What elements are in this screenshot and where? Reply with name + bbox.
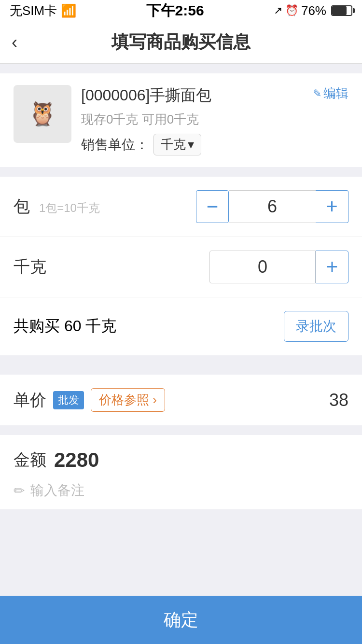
status-right: ↗ ⏰ 76% bbox=[274, 3, 352, 18]
confirm-button[interactable]: 确定 bbox=[164, 608, 198, 632]
edit-label: 编辑 bbox=[323, 85, 348, 102]
page-title: 填写商品购买信息 bbox=[111, 30, 251, 54]
kilogram-row: 千克 + bbox=[0, 237, 362, 297]
amount-value: 2280 bbox=[54, 448, 99, 472]
kilogram-label: 千克 bbox=[14, 256, 46, 278]
unit-chevron-icon: ▾ bbox=[188, 137, 194, 152]
edit-button[interactable]: ✎ 编辑 bbox=[313, 85, 348, 102]
product-info: [0000006]手撕面包 现存0千克 可用0千克 销售单位： 千克 ▾ bbox=[81, 85, 348, 155]
time-label: 下午2:56 bbox=[146, 1, 204, 21]
carrier-label: 无SIM卡 bbox=[10, 2, 57, 19]
amount-row: 金额 2280 bbox=[14, 448, 348, 472]
product-thumbnail: 🦉 bbox=[14, 85, 71, 143]
separator-1 bbox=[0, 167, 362, 177]
price-reference-button[interactable]: 价格参照 › bbox=[91, 388, 165, 412]
price-label: 单价 bbox=[14, 389, 46, 411]
location-icon: ↗ bbox=[274, 4, 282, 17]
package-quantity-input[interactable] bbox=[229, 190, 316, 223]
price-section: 单价 批发 价格参照 › 38 bbox=[0, 375, 362, 425]
package-decrement-button[interactable]: − bbox=[196, 190, 229, 223]
pencil-icon: ✏ bbox=[14, 483, 25, 499]
package-stepper: − + bbox=[196, 190, 348, 223]
package-hint: 1包=10千克 bbox=[39, 201, 100, 214]
status-left: 无SIM卡 📶 bbox=[10, 2, 76, 19]
total-label: 共购买 60 千克 bbox=[14, 316, 116, 337]
unit-selector[interactable]: 千克 ▾ bbox=[153, 134, 201, 155]
product-unit-row: 销售单位： 千克 ▾ bbox=[81, 134, 348, 155]
package-increment-button[interactable]: + bbox=[316, 190, 348, 223]
nav-bar: ‹ 填写商品购买信息 bbox=[0, 21, 362, 64]
price-row: 单价 批发 价格参照 › 38 bbox=[14, 388, 348, 412]
battery-icon bbox=[331, 5, 352, 16]
unit-value: 千克 bbox=[161, 136, 186, 153]
batch-tag: 批发 bbox=[53, 391, 84, 409]
amount-section: 金额 2280 ✏ 输入备注 bbox=[0, 435, 362, 509]
total-row: 共购买 60 千克 录批次 bbox=[0, 297, 362, 355]
product-thumb-icon: 🦉 bbox=[28, 100, 57, 127]
kilogram-stepper: + bbox=[209, 251, 348, 283]
product-card: 🦉 [0000006]手撕面包 现存0千克 可用0千克 销售单位： 千克 ▾ ✎… bbox=[0, 73, 362, 167]
confirm-bar[interactable]: 确定 bbox=[0, 596, 362, 644]
battery-label: 76% bbox=[301, 3, 326, 18]
kilogram-quantity-input[interactable] bbox=[209, 251, 316, 283]
edit-icon: ✎ bbox=[313, 87, 321, 100]
package-label-group: 包 1包=10千克 bbox=[14, 196, 100, 218]
package-label: 包 bbox=[14, 197, 30, 215]
amount-label: 金额 bbox=[14, 449, 46, 471]
kilogram-increment-button[interactable]: + bbox=[316, 251, 348, 283]
alarm-icon: ⏰ bbox=[285, 4, 298, 17]
note-row[interactable]: ✏ 输入备注 bbox=[14, 481, 348, 500]
back-button[interactable]: ‹ bbox=[12, 32, 17, 53]
record-batch-button[interactable]: 录批次 bbox=[284, 311, 348, 342]
price-value: 38 bbox=[329, 390, 348, 410]
product-name: [0000006]手撕面包 bbox=[81, 85, 348, 106]
separator-2 bbox=[0, 355, 362, 365]
status-bar: 无SIM卡 📶 下午2:56 ↗ ⏰ 76% bbox=[0, 0, 362, 21]
note-label: 输入备注 bbox=[30, 481, 84, 500]
price-left-group: 单价 批发 价格参照 › bbox=[14, 388, 165, 412]
wifi-icon: 📶 bbox=[61, 3, 76, 18]
unit-label: 销售单位： bbox=[81, 136, 149, 154]
quantity-section: 包 1包=10千克 − + 千克 + 共购买 60 千克 录批次 bbox=[0, 177, 362, 355]
product-stock: 现存0千克 可用0千克 bbox=[81, 111, 348, 128]
package-row: 包 1包=10千克 − + bbox=[0, 177, 362, 237]
